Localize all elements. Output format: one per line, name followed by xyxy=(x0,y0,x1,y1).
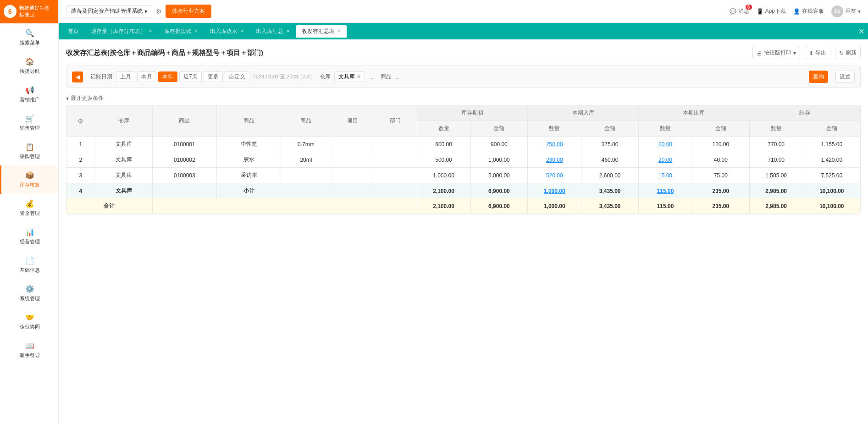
sidebar-item-guide[interactable]: 📖新手引导 xyxy=(0,336,58,364)
cell-out-qty[interactable]: 20.00 xyxy=(639,152,692,168)
goods-filter-group: 商品 ... xyxy=(381,73,400,81)
date-option-近7天[interactable]: 近7天 xyxy=(179,71,202,82)
goods-ellipsis[interactable]: ... xyxy=(395,74,400,80)
th-open-amt: 金额 xyxy=(470,121,528,137)
th-warehouse: 仓库 xyxy=(95,105,152,137)
tab-close-inventory-dist[interactable]: ✕ xyxy=(149,29,152,33)
cell-bal-qty: 770.00 xyxy=(749,137,803,152)
date-option-上月[interactable]: 上月 xyxy=(116,71,135,82)
tab-bar: 首页现存量（库存分布表）✕库存批次账✕出入库流水✕出入库汇总✕收发存汇总表✕✕ xyxy=(59,23,868,39)
sidebar-item-system[interactable]: ⚙️系统管理 xyxy=(0,279,58,308)
filter-collapse-button[interactable]: ◀ xyxy=(72,71,83,82)
sidebar-item-marketing[interactable]: 📢营销推广 xyxy=(0,80,58,109)
page-content: 收发存汇总表(按仓库＋商品编码＋商品＋规格型号＋项目＋部门) 🖨 按钮版打印 ▾… xyxy=(59,39,868,423)
sidebar-item-enterprise[interactable]: 🤝企业协同 xyxy=(0,308,58,336)
subtotal-in-qty-link[interactable]: 1,000.00 xyxy=(544,188,565,194)
out-qty-link[interactable]: 15.00 xyxy=(658,172,672,179)
warehouse-tag-close[interactable]: ✕ xyxy=(357,74,361,80)
cell-out-qty[interactable]: 15.00 xyxy=(639,168,692,183)
expand-conditions-row: ▾ 展开更多条件 xyxy=(66,94,861,102)
sidebar-label-system: 系统管理 xyxy=(20,295,40,302)
cell-bal-amt: 1,155.00 xyxy=(803,137,860,152)
th-gear[interactable]: ⚙ xyxy=(66,105,95,137)
tab-receive-summary[interactable]: 收发存汇总表✕ xyxy=(296,25,347,38)
date-options: 上月本月本年近7天更多自定义 xyxy=(116,71,249,82)
sidebar-item-search[interactable]: 🔍搜索菜单 xyxy=(0,23,58,52)
th-in-qty: 数量 xyxy=(528,121,581,137)
cell-project xyxy=(331,152,374,168)
warehouse-filter-group: 仓库 文具库 ✕ ... xyxy=(320,71,373,82)
tab-close-inout-summary[interactable]: ✕ xyxy=(286,29,290,33)
in-qty-link[interactable]: 230.00 xyxy=(546,157,563,163)
subtotal-bal-amt: 10,100.00 xyxy=(803,183,860,199)
sidebar-label-inventory: 库存核算 xyxy=(20,181,40,188)
refresh-button[interactable]: ↻ 刷新 xyxy=(835,47,861,59)
sidebar-logo: 6 畅捷通好生意 标准版 xyxy=(0,0,58,23)
system-select[interactable]: 装备及固定资产辅助管理系统 ▾ xyxy=(66,5,152,17)
sidebar-item-operations[interactable]: 📊经营管理 xyxy=(0,222,58,251)
in-qty-link[interactable]: 520.00 xyxy=(546,172,563,179)
subtotal-in-qty[interactable]: 1,000.00 xyxy=(528,183,581,199)
in-qty-link[interactable]: 250.00 xyxy=(546,141,563,148)
cell-in-qty[interactable]: 250.00 xyxy=(528,137,581,152)
tab-home[interactable]: 首页 xyxy=(62,25,84,38)
cell-open-qty: 600.00 xyxy=(417,137,470,152)
date-option-本年[interactable]: 本年 xyxy=(158,71,177,82)
tab-inout-flow[interactable]: 出入库流水✕ xyxy=(205,25,249,38)
subtotal-in-amt: 3,435.00 xyxy=(581,183,639,199)
cell-code: 0100003 xyxy=(152,168,216,183)
tab-inout-summary[interactable]: 出入库汇总✕ xyxy=(250,25,295,38)
app-download-action[interactable]: 📱 App下载 xyxy=(757,7,786,15)
subtotal-spec xyxy=(281,183,331,199)
subtotal-out-qty[interactable]: 115.00 xyxy=(639,183,692,199)
sidebar-item-sales[interactable]: 🛒销售管理 xyxy=(0,109,58,137)
sidebar-item-quick-nav[interactable]: 🏠快捷导航 xyxy=(0,52,58,80)
cell-open-amt: 900.00 xyxy=(470,137,528,152)
out-qty-link[interactable]: 20.00 xyxy=(658,157,672,163)
tab-batch-ledger[interactable]: 库存批次账✕ xyxy=(159,25,204,38)
online-service-action[interactable]: 👤 在线客服 xyxy=(793,7,824,15)
sidebar-icon-sales: 🛒 xyxy=(25,114,34,123)
column-settings-icon[interactable]: ⚙ xyxy=(77,117,83,125)
th-name: 商品 xyxy=(216,105,281,137)
settings-icon[interactable]: ⚙ xyxy=(156,8,162,15)
tab-close-batch-ledger[interactable]: ✕ xyxy=(194,29,198,33)
cell-in-qty[interactable]: 230.00 xyxy=(528,152,581,168)
tab-inventory-dist[interactable]: 现存量（库存分布表）✕ xyxy=(85,25,158,38)
tab-close-receive-summary[interactable]: ✕ xyxy=(337,29,341,33)
sidebar-label-marketing: 营销推广 xyxy=(20,96,40,103)
sidebar-item-basic-info[interactable]: 📄基础信息 xyxy=(0,251,58,279)
sidebar-item-inventory[interactable]: 📦库存核算 xyxy=(0,165,58,194)
user-action[interactable]: Ea 用友 ▾ xyxy=(831,5,861,17)
expand-conditions-button[interactable]: ▾ 展开更多条件 xyxy=(66,94,861,102)
warehouse-ellipsis[interactable]: ... xyxy=(369,74,373,80)
trial-button[interactable]: 体验行业方案 xyxy=(166,5,211,18)
avatar: Ea xyxy=(831,5,843,17)
sidebar-item-purchase[interactable]: 📋采购管理 xyxy=(0,137,58,165)
subtotal-out-qty-link[interactable]: 115.00 xyxy=(657,188,674,194)
out-qty-link[interactable]: 80.00 xyxy=(658,141,672,148)
query-button[interactable]: 查询 xyxy=(809,71,828,83)
print-chevron-icon: ▾ xyxy=(793,50,796,56)
sidebar-label-quick-nav: 快捷导航 xyxy=(20,68,40,75)
date-option-自定义[interactable]: 自定义 xyxy=(225,71,249,82)
sidebar-icon-system: ⚙️ xyxy=(25,285,34,293)
subtotal-name: 小计 xyxy=(216,183,281,199)
sidebar-icon-search: 🔍 xyxy=(25,29,34,38)
sidebar-icon-operations: 📊 xyxy=(25,228,34,236)
tab-close-inout-flow[interactable]: ✕ xyxy=(240,29,244,33)
sidebar-item-finance[interactable]: 💰资金管理 xyxy=(0,194,58,222)
subtotal-row: 4 文具库 小计 2,100.00 6,900.00 1,000.00 3,43… xyxy=(66,183,860,199)
cell-in-qty[interactable]: 520.00 xyxy=(528,168,581,183)
export-button[interactable]: ⬆ 导出 xyxy=(805,47,830,59)
messages-action[interactable]: 💬 消息 6 xyxy=(730,7,749,15)
cell-out-qty[interactable]: 80.00 xyxy=(639,137,692,152)
date-option-本月[interactable]: 本月 xyxy=(137,71,156,82)
settings-filter-button[interactable]: 设置 xyxy=(835,71,855,83)
subtotal-code xyxy=(152,183,216,199)
print-button[interactable]: 🖨 按钮版打印 ▾ xyxy=(752,47,800,59)
date-option-更多[interactable]: 更多 xyxy=(204,71,223,82)
page-header: 收发存汇总表(按仓库＋商品编码＋商品＋规格型号＋项目＋部门) 🖨 按钮版打印 ▾… xyxy=(66,47,861,59)
close-all-tabs-button[interactable]: ✕ xyxy=(858,27,864,36)
total-spacer xyxy=(152,198,417,214)
